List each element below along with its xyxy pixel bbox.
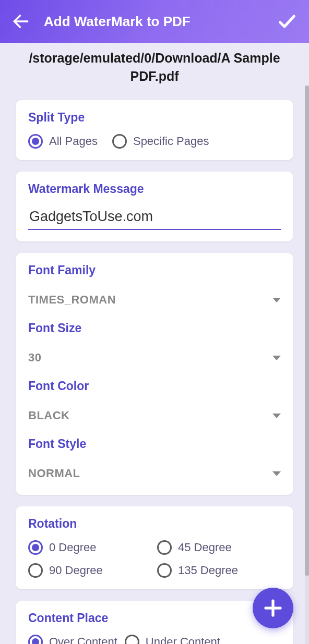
radio-icon: [28, 134, 43, 149]
page-title: Add WaterMark to PDF: [44, 14, 263, 30]
radio-135-degree[interactable]: 135 Degree: [157, 563, 281, 578]
radio-icon: [28, 563, 43, 578]
watermark-message-card: Watermark Message: [16, 172, 293, 241]
radio-icon: [157, 563, 172, 578]
plus-icon: [262, 597, 284, 619]
rotation-title: Rotation: [28, 517, 281, 531]
select-value: TIMES_ROMAN: [28, 293, 116, 307]
fab-add-button[interactable]: [253, 588, 293, 628]
radio-label: 90 Degree: [49, 564, 103, 577]
chevron-down-icon: [272, 414, 281, 418]
font-size-select[interactable]: 30: [28, 345, 281, 368]
radio-label: Over Content: [49, 635, 117, 644]
file-path-label: /storage/emulated/0/Download/A Sample PD…: [0, 43, 309, 94]
radio-icon: [125, 635, 139, 644]
font-style-title: Font Style: [28, 437, 281, 451]
chevron-down-icon: [272, 471, 281, 476]
content-place-radio-group: Over Content Under Content: [28, 635, 281, 644]
font-color-select[interactable]: BLACK: [28, 403, 281, 426]
radio-label: Under Content: [146, 635, 220, 644]
content-scroll-area: /storage/emulated/0/Download/A Sample PD…: [0, 43, 309, 644]
content-place-title: Content Place: [28, 611, 281, 625]
select-value: BLACK: [28, 409, 70, 422]
select-value: 30: [28, 351, 41, 364]
font-color-title: Font Color: [28, 379, 281, 393]
font-size-title: Font Size: [28, 321, 281, 335]
radio-over-content[interactable]: Over Content: [28, 635, 117, 644]
radio-45-degree[interactable]: 45 Degree: [157, 540, 281, 555]
radio-0-degree[interactable]: 0 Degree: [28, 540, 152, 555]
radio-label: Specific Pages: [133, 135, 209, 148]
radio-label: All Pages: [49, 135, 98, 148]
radio-90-degree[interactable]: 90 Degree: [28, 563, 152, 578]
back-arrow-icon[interactable]: [10, 11, 31, 32]
font-style-select[interactable]: NORMAL: [28, 460, 281, 483]
font-card: Font Family TIMES_ROMAN Font Size 30 Fon…: [16, 253, 293, 495]
radio-label: 45 Degree: [178, 541, 232, 554]
radio-icon: [157, 540, 172, 555]
scrollbar-thumb[interactable]: [305, 86, 309, 576]
rotation-radio-group: 0 Degree 45 Degree 90 Degree 135 Degree: [28, 540, 281, 578]
watermark-message-input[interactable]: [28, 205, 281, 230]
radio-icon: [112, 134, 127, 149]
radio-label: 135 Degree: [178, 564, 238, 577]
radio-specific-pages[interactable]: Specific Pages: [112, 134, 209, 149]
scrollbar-track: [305, 86, 309, 644]
split-type-radio-group: All Pages Specific Pages: [28, 134, 281, 149]
confirm-check-icon[interactable]: [276, 10, 299, 33]
split-type-card: Split Type All Pages Specific Pages: [16, 100, 293, 160]
rotation-card: Rotation 0 Degree 45 Degree 90 Degree 13…: [16, 506, 293, 589]
chevron-down-icon: [272, 356, 281, 360]
radio-all-pages[interactable]: All Pages: [28, 134, 98, 149]
radio-label: 0 Degree: [49, 541, 97, 554]
font-family-title: Font Family: [28, 263, 281, 277]
radio-under-content[interactable]: Under Content: [125, 635, 220, 644]
radio-icon: [28, 540, 43, 555]
font-family-select[interactable]: TIMES_ROMAN: [28, 287, 281, 310]
chevron-down-icon: [272, 298, 281, 302]
radio-icon: [28, 635, 43, 644]
split-type-title: Split Type: [28, 111, 281, 125]
select-value: NORMAL: [28, 467, 80, 480]
content-place-card: Content Place Over Content Under Content: [16, 601, 293, 644]
watermark-message-title: Watermark Message: [28, 182, 281, 196]
app-header: Add WaterMark to PDF: [0, 0, 309, 43]
